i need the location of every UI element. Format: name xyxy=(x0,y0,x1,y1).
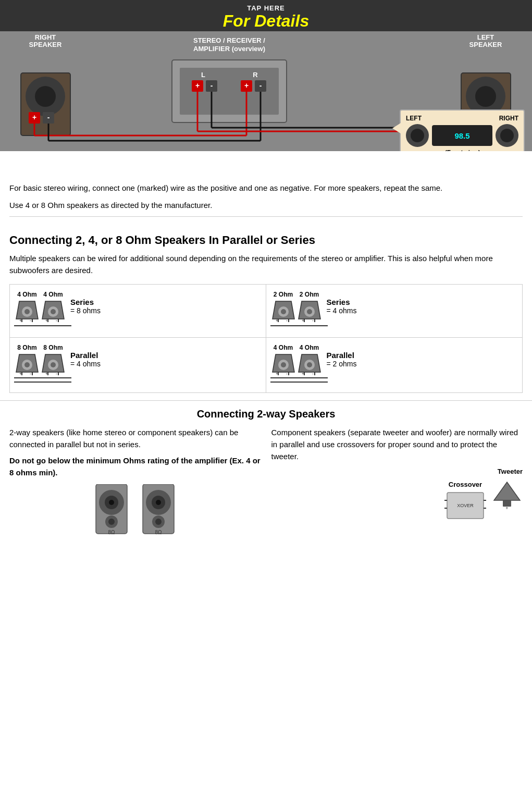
svg-text:+: + xyxy=(195,81,200,90)
svg-text:-: - xyxy=(30,318,31,322)
svg-text:-: - xyxy=(259,81,262,90)
parallel-wire-2 xyxy=(14,375,71,385)
svg-point-116 xyxy=(156,500,161,505)
diagram-cell-2: 8 Ohm + - 8 Ohm xyxy=(10,338,266,392)
two-way-right-col: Component speakers (separate tweeter and… xyxy=(271,426,523,536)
svg-text:-: - xyxy=(312,318,314,322)
two-way-spk-icon-1: 8Ω xyxy=(93,484,130,536)
two-way-columns: 2-way speakers (like home stereo or comp… xyxy=(9,426,523,536)
svg-point-11 xyxy=(475,86,496,107)
diagram-cell-3: 4 Ohm + - 4 Ohm xyxy=(266,338,523,392)
svg-point-46 xyxy=(24,309,30,314)
crossover-box: Crossover XOVER xyxy=(444,479,486,521)
spk2-svg-0: + - xyxy=(40,298,66,322)
parallel-label-3: Parallel = 2 ohms xyxy=(327,351,357,368)
svg-text:-: - xyxy=(286,318,288,322)
two-way-right-text: Component speakers (separate tweeter and… xyxy=(271,426,523,463)
svg-text:-: - xyxy=(47,113,50,121)
series-label-0: Series = 8 ohms xyxy=(70,298,101,315)
svg-text:+: + xyxy=(302,371,304,375)
svg-text:-: - xyxy=(312,371,314,375)
two-way-spk-icon-2: 8Ω xyxy=(140,484,177,536)
mini-speaker-right xyxy=(496,124,518,147)
spk2-svg-3: + - xyxy=(296,351,323,375)
spk2-svg-1: + - xyxy=(296,298,323,322)
svg-marker-126 xyxy=(494,482,520,500)
svg-text:+: + xyxy=(19,371,22,375)
front-view-left-label: LEFT xyxy=(406,115,422,122)
two-way-left-bold: Do not go below the minimum Ohms rating … xyxy=(9,456,261,477)
parallel-series-body: Multiple speakers can be wired for addit… xyxy=(9,252,523,277)
tap-here-banner[interactable]: TAP HERE For Details xyxy=(0,0,532,31)
svg-text:+: + xyxy=(45,371,48,375)
spk1-svg-0: + - xyxy=(14,298,40,322)
svg-point-118 xyxy=(155,519,162,525)
spk2-ohm-3: 4 Ohm xyxy=(300,344,319,351)
two-way-left-text1: 2-way speakers (like home stereo or comp… xyxy=(9,426,261,451)
svg-text:+: + xyxy=(19,318,22,322)
svg-point-53 xyxy=(51,309,56,314)
svg-text:+: + xyxy=(244,81,249,90)
parallel-label-2: Parallel = 4 ohms xyxy=(70,351,101,368)
description-section: For basic stereo wiring, connect one (ma… xyxy=(0,151,532,226)
series-wire-0 xyxy=(14,322,71,329)
svg-text:8Ω: 8Ω xyxy=(155,530,163,535)
svg-text:SPEAKER: SPEAKER xyxy=(469,41,502,48)
two-way-left-col: 2-way speakers (like home stereo or comp… xyxy=(9,426,261,536)
svg-text:+: + xyxy=(276,318,278,322)
front-view-right-label: RIGHT xyxy=(499,115,518,122)
two-way-section: Connecting 2-way Speakers 2-way speakers… xyxy=(0,400,532,544)
two-way-heading: Connecting 2-way Speakers xyxy=(9,408,523,420)
for-details-label: For Details xyxy=(0,12,532,30)
svg-text:+: + xyxy=(276,371,278,375)
spk2-ohm-2: 8 Ohm xyxy=(43,344,63,351)
tweeter-label: Tweeter xyxy=(271,466,523,477)
callout-triangle xyxy=(392,123,401,133)
spk2-ohm-0: 4 Ohm xyxy=(43,291,63,298)
svg-text:R: R xyxy=(253,71,258,79)
speaker-icons-row: 8Ω 8Ω xyxy=(9,484,261,536)
mini-speaker-left xyxy=(406,124,429,147)
spk1-svg-2: + - xyxy=(14,351,40,375)
svg-text:XOVER: XOVER xyxy=(457,503,474,508)
parallel-series-section: Connecting 2, 4, or 8 Ohm Speakers In Pa… xyxy=(0,226,532,400)
svg-point-99 xyxy=(307,362,312,367)
spk2-svg-2: + - xyxy=(40,351,66,375)
spk1-ohm-0: 4 Ohm xyxy=(17,291,36,298)
crossover-label: Crossover xyxy=(449,479,482,490)
svg-point-2 xyxy=(35,86,56,107)
parallel-series-heading: Connecting 2, 4, or 8 Ohm Speakers In Pa… xyxy=(9,233,523,247)
svg-point-92 xyxy=(281,362,286,367)
svg-text:-: - xyxy=(211,81,213,90)
svg-text:LEFT: LEFT xyxy=(477,33,494,41)
receiver-display: 98.5 xyxy=(432,125,492,146)
svg-text:-: - xyxy=(286,371,288,375)
speaker-diagrams-grid: 4 Ohm + - 4 Ohm xyxy=(9,284,523,393)
svg-point-61 xyxy=(281,309,286,314)
svg-text:+: + xyxy=(32,113,36,121)
top-section: TAP HERE For Details + - RIGHT SPEAKER xyxy=(0,0,532,151)
divider-1 xyxy=(9,216,523,217)
spk1-svg-1: + - xyxy=(270,298,296,322)
wiring-diagram: + - RIGHT SPEAKER + - LEFT SPEAKER STERE… xyxy=(0,31,532,146)
diagram-cell-0: 4 Ohm + - 4 Ohm xyxy=(10,285,266,338)
svg-text:AMPLIFIER (overview): AMPLIFIER (overview) xyxy=(193,45,265,53)
svg-point-68 xyxy=(307,309,312,314)
svg-text:SPEAKER: SPEAKER xyxy=(29,41,62,48)
crossover-diagram: Crossover XOVER + xyxy=(271,479,523,521)
svg-text:+: + xyxy=(45,318,48,322)
spk1-svg-3: + - xyxy=(270,351,296,375)
tap-here-label: TAP HERE xyxy=(247,4,285,12)
spk1-ohm-2: 8 Ohm xyxy=(17,344,36,351)
svg-text:L: L xyxy=(201,71,205,79)
svg-text:8Ω: 8Ω xyxy=(108,530,116,535)
tweeter-svg: + xyxy=(491,479,523,511)
svg-text:+: + xyxy=(505,506,508,511)
svg-point-76 xyxy=(24,362,30,367)
description-para2: Use 4 or 8 Ohm speakers as directed by t… xyxy=(9,200,523,212)
svg-point-109 xyxy=(109,500,114,505)
svg-text:-: - xyxy=(56,371,57,375)
crossover-svg: XOVER xyxy=(444,490,486,521)
svg-text:-: - xyxy=(30,371,31,375)
svg-text:+: + xyxy=(302,318,304,322)
